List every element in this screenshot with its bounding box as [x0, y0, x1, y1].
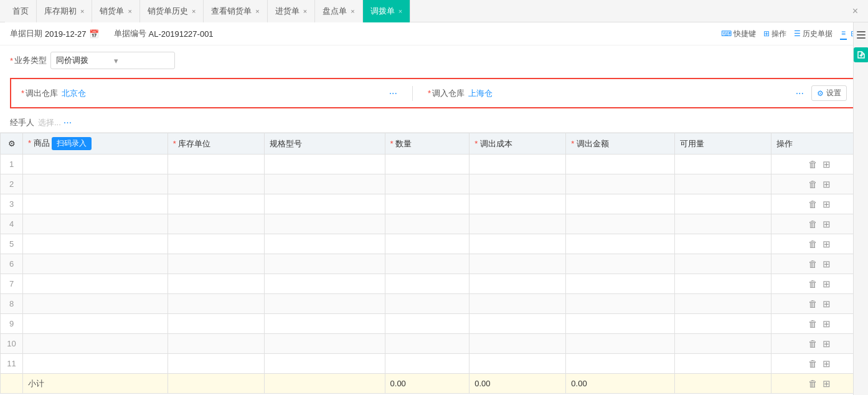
row-11-qty[interactable] [385, 354, 469, 374]
row-8-product[interactable] [23, 294, 168, 314]
row-2-amount[interactable] [566, 174, 674, 194]
delete-icon[interactable]: 🗑 [808, 239, 818, 249]
row-3-product[interactable] [23, 194, 168, 214]
operations-btn[interactable]: ⊞ 操作 [763, 29, 786, 39]
tab-transfer-order[interactable]: 调拨单 × [363, 0, 410, 22]
row-4-product[interactable] [23, 214, 168, 234]
row-9-amount[interactable] [566, 314, 674, 334]
row-6-unit[interactable] [167, 254, 264, 274]
row-2-spec[interactable] [264, 174, 385, 194]
warehouse-out-value[interactable]: 北京仓 [62, 88, 86, 99]
row-2-product[interactable] [23, 174, 168, 194]
tab-close-transfer-order[interactable]: × [399, 7, 402, 15]
row-8-amount[interactable] [566, 294, 674, 314]
row-1-amount[interactable] [566, 155, 674, 174]
calendar-icon[interactable]: 📅 [89, 29, 99, 39]
copy-icon[interactable]: ⊞ [823, 199, 831, 210]
delete-icon[interactable]: 🗑 [808, 318, 818, 329]
row-6-qty[interactable] [385, 254, 469, 274]
row-9-spec[interactable] [264, 314, 385, 334]
row-2-cost[interactable] [469, 174, 566, 194]
row-9-unit[interactable] [167, 314, 264, 334]
row-5-qty[interactable] [385, 234, 469, 254]
history-btn[interactable]: ☰ 历史单据 [794, 29, 833, 39]
row-10-amount[interactable] [566, 334, 674, 354]
row-10-unit[interactable] [167, 334, 264, 354]
row-5-spec[interactable] [264, 234, 385, 254]
row-5-product[interactable] [23, 234, 168, 254]
row-4-amount[interactable] [566, 214, 674, 234]
tab-home[interactable]: 首页 [5, 0, 37, 22]
row-5-cost[interactable] [469, 234, 566, 254]
row-8-spec[interactable] [264, 294, 385, 314]
copy-icon[interactable]: ⊞ [823, 318, 831, 330]
handler-dots[interactable]: ··· [64, 117, 72, 128]
tab-inventory-check[interactable]: 盘点单 × [315, 0, 362, 22]
row-8-qty[interactable] [385, 294, 469, 314]
row-3-unit[interactable] [167, 194, 264, 214]
row-9-qty[interactable] [385, 314, 469, 334]
copy-icon[interactable]: ⊞ [823, 259, 831, 270]
list-view-btn[interactable]: ≡ [840, 27, 847, 40]
warehouse-in-value[interactable]: 上海仓 [468, 88, 493, 99]
row-4-cost[interactable] [469, 214, 566, 234]
row-1-qty[interactable] [385, 155, 469, 174]
delete-icon[interactable]: 🗑 [808, 179, 818, 189]
row-3-amount[interactable] [566, 194, 674, 214]
tab-sales-order[interactable]: 销货单 × [92, 0, 139, 22]
row-1-unit[interactable] [167, 155, 264, 174]
copy-icon[interactable]: ⊞ [823, 358, 831, 369]
row-4-unit[interactable] [167, 214, 264, 234]
row-11-spec[interactable] [264, 354, 385, 374]
row-2-unit[interactable] [167, 174, 264, 194]
tab-close-view-sales[interactable]: × [255, 7, 259, 15]
handler-select[interactable]: 选择... [38, 117, 61, 128]
shortcut-btn[interactable]: ⌨ 快捷键 [721, 29, 756, 39]
row-3-cost[interactable] [469, 194, 566, 214]
delete-icon[interactable]: 🗑 [808, 199, 818, 209]
row-1-cost[interactable] [469, 155, 566, 174]
row-7-qty[interactable] [385, 274, 469, 294]
tab-close-sales-order[interactable]: × [128, 7, 131, 15]
delete-icon[interactable]: 🗑 [808, 338, 818, 349]
row-10-spec[interactable] [264, 334, 385, 354]
row-6-spec[interactable] [264, 254, 385, 274]
copy-icon[interactable]: ⊞ [823, 338, 831, 350]
row-6-product[interactable] [23, 254, 168, 274]
tab-bar-close-btn[interactable]: × [847, 6, 863, 17]
row-9-cost[interactable] [469, 314, 566, 334]
row-7-cost[interactable] [469, 274, 566, 294]
row-11-unit[interactable] [167, 354, 264, 374]
row-7-spec[interactable] [264, 274, 385, 294]
row-10-qty[interactable] [385, 334, 469, 354]
tab-close-inventory-init[interactable]: × [80, 7, 84, 15]
row-3-qty[interactable] [385, 194, 469, 214]
copy-icon[interactable]: ⊞ [823, 378, 831, 389]
row-3-spec[interactable] [264, 194, 385, 214]
warehouse-out-dots[interactable]: ··· [389, 88, 397, 99]
row-1-spec[interactable] [264, 155, 385, 174]
warehouse-in-dots[interactable]: ··· [796, 88, 804, 99]
row-6-cost[interactable] [469, 254, 566, 274]
row-6-amount[interactable] [566, 254, 674, 274]
delete-icon[interactable]: 🗑 [808, 259, 818, 269]
row-4-spec[interactable] [264, 214, 385, 234]
copy-icon[interactable]: ⊞ [823, 298, 831, 310]
copy-icon[interactable]: ⊞ [823, 219, 831, 230]
row-11-amount[interactable] [566, 354, 674, 374]
business-type-select[interactable]: 同价调拨 ▾ [50, 52, 175, 69]
tab-close-inventory-check[interactable]: × [351, 7, 354, 15]
row-7-amount[interactable] [566, 274, 674, 294]
delete-icon[interactable]: 🗑 [808, 278, 818, 289]
row-5-unit[interactable] [167, 234, 264, 254]
row-1-product[interactable] [23, 155, 168, 174]
row-2-qty[interactable] [385, 174, 469, 194]
row-8-unit[interactable] [167, 294, 264, 314]
row-5-amount[interactable] [566, 234, 674, 254]
copy-icon[interactable]: ⊞ [823, 179, 831, 190]
settings-button[interactable]: ⚙ 设置 [811, 85, 847, 101]
row-4-qty[interactable] [385, 214, 469, 234]
tab-close-sales-history[interactable]: × [192, 7, 196, 15]
tab-inventory-init[interactable]: 库存期初 × [37, 0, 92, 22]
tab-close-purchase-order[interactable]: × [303, 7, 307, 15]
